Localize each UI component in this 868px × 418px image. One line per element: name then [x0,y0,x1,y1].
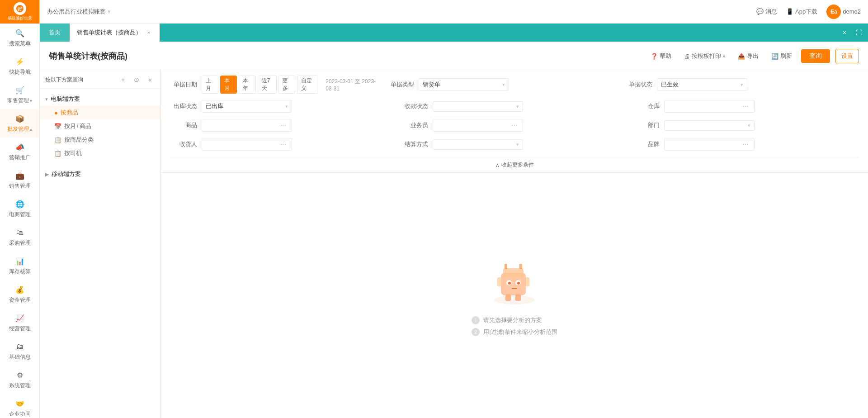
goods-dots[interactable]: ··· [278,121,288,129]
fullscreen-button[interactable]: ⛶ [854,27,864,38]
salesman-dots[interactable]: ··· [509,121,519,129]
tree-item-by-month-goods[interactable]: 📅 按月+商品 [40,119,160,133]
receiver-cell: ··· [202,138,396,151]
print-button[interactable]: 🖨 按模板打印 ▾ [680,50,729,62]
body-split: 按以下方案查询 + ⊙ « ▾ [40,69,868,418]
page-title: 销售单统计表(按商品) [49,51,647,62]
sidebar-item-finance[interactable]: 💰 资金管理 [0,280,40,309]
sidebar-item-wholesale[interactable]: 📦 批发管理 ▴ [0,109,40,138]
date-btn-thismonth[interactable]: 本月 [220,76,237,94]
date-btn-custom[interactable]: 自定义 [297,76,318,94]
warehouse-select[interactable]: ··· [664,100,755,113]
tree-item-by-driver[interactable]: 📋 按司机 [40,147,160,160]
doc-status-value: 已生效 [661,81,679,89]
svg-text:好: 好 [17,6,23,11]
sidebar-item-basic[interactable]: 🗂 基础信息 [0,337,40,366]
tree-item-by-goods[interactable]: ● 按商品 [40,106,160,119]
active-item-icon: ● [54,109,58,116]
out-status-select[interactable]: 已出库 ▾ [202,100,292,113]
mobile-section-header[interactable]: ▶ 移动端方案 [40,167,160,181]
date-btn-more[interactable]: 更多 [278,76,295,94]
query-button[interactable]: 查询 [801,49,830,63]
workspace-title[interactable]: 办公用品行业模拟账套 ▾ [47,8,111,16]
left-panel-header: 按以下方案查询 + ⊙ « [40,69,160,89]
sidebar-item-management[interactable]: 📈 经营管理 [0,309,40,337]
receiver-select[interactable]: ··· [202,138,292,151]
sidebar-item-search[interactable]: 🔍 搜索菜单 [0,24,40,52]
sidebar-item-retail[interactable]: 🛒 零售管理 ▾ [0,81,40,109]
ecommerce-icon: 🌐 [15,199,25,209]
sidebar-item-marketing[interactable]: 📣 营销推广 [0,138,40,166]
doc-type-value: 销货单 [423,81,440,89]
salesman-label: 业务员 [396,121,433,129]
goods-select[interactable]: ··· [202,119,292,132]
refresh-label: 刷新 [780,52,792,60]
sidebar-item-system[interactable]: ⚙ 系统管理 [0,366,40,394]
add-scheme-button[interactable]: + [118,75,128,85]
sidebar-item-ecommerce[interactable]: 🌐 电商管理 [0,195,40,223]
empty-state: 1 请先选择要分析的方案 2 用[过滤]条件来缩小分析范围 [161,173,868,418]
sidebar-item-inventory[interactable]: 📊 库存核算 [0,252,40,280]
svg-point-2 [494,295,535,304]
scheme-settings-icon: ⊙ [134,76,139,83]
salesman-select[interactable]: ··· [433,119,523,132]
close-window-button[interactable]: × [839,27,850,38]
inventory-icon: 📊 [15,256,25,266]
export-button[interactable]: 📤 导出 [734,50,762,62]
settings-button[interactable]: 设置 [835,49,859,63]
salesman-cell: ··· [433,119,627,132]
tree-item-by-category[interactable]: 📋 按商品分类 [40,133,160,147]
refresh-button[interactable]: 🔄 刷新 [768,50,796,62]
tab-home[interactable]: 首页 [40,24,70,42]
warehouse-cell: ··· [664,100,859,113]
enterprise-icon: 🤝 [15,399,25,408]
settlement-label: 结算方式 [396,140,433,148]
sidebar-item-management-label: 经营管理 [9,325,31,332]
settlement-cell: ▾ [433,139,627,150]
goods-label: 商品 [170,121,202,129]
receiver-dots[interactable]: ··· [278,140,288,148]
help-button[interactable]: ❓ 帮助 [647,50,675,62]
app-download-button[interactable]: 📱 App下载 [786,8,817,16]
tab-bar-end: × ⛶ [839,27,868,38]
brand-select[interactable]: ··· [664,138,755,151]
computer-section-header[interactable]: ▾ 电脑端方案 [40,92,160,106]
empty-tip-2: 2 用[过滤]条件来缩小分析范围 [472,328,557,336]
user-menu[interactable]: Ea demo2 [826,5,861,19]
date-filter-value: 上月 本月 本年 近7天 更多 自定义 2023-03-01 至 2023-03… [202,76,382,94]
sidebar-item-sales-label: 销售管理 [9,182,31,190]
settlement-select[interactable]: ▾ [433,139,523,150]
app-logo[interactable]: 好 畅捷通好生意 [0,0,40,24]
tab-close-button[interactable]: × [145,29,152,36]
date-btn-thisyear[interactable]: 本年 [239,76,255,94]
sidebar-item-sales[interactable]: 💼 销售管理 [0,166,40,195]
collapse-button[interactable]: ∧ 收起更多条件 [492,157,538,172]
tab-active[interactable]: 销售单统计表（按商品） × [70,24,160,42]
settings-label: 设置 [841,52,853,60]
sidebar-item-purchase[interactable]: 🛍 采购管理 [0,223,40,252]
tab-bar: 首页 销售单统计表（按商品） × × ⛶ [40,24,868,42]
collection-status-cell: ▾ [433,101,627,112]
collapse-panel-button[interactable]: « [145,75,155,85]
doc-type-select[interactable]: 销货单 ▾ [419,78,509,91]
brand-dots[interactable]: ··· [741,140,750,148]
doc-status-select[interactable]: 已生效 ▾ [657,78,747,91]
date-btn-7days[interactable]: 近7天 [258,76,277,94]
warehouse-dots[interactable]: ··· [741,102,750,110]
retail-icon: 🛒 [15,85,25,95]
right-content: 单据日期 上月 本月 本年 近7天 更多 自定义 2023-03-01 至 20… [161,69,868,418]
date-range-text: 2023-03-01 至 2023-03-31 [326,78,382,92]
sidebar-item-search-label: 搜索菜单 [9,40,31,48]
doc-type-cell: 销货单 ▾ [419,78,621,91]
help-label: 帮助 [660,52,671,60]
collection-status-select[interactable]: ▾ [433,101,523,112]
sidebar-item-quicknav[interactable]: ⚡ 快捷导航 [0,52,40,81]
filter-panel: 单据日期 上月 本月 本年 近7天 更多 自定义 2023-03-01 至 20… [161,69,868,173]
scheme-settings-button[interactable]: ⊙ [132,75,142,85]
sidebar-item-enterprise[interactable]: 🤝 企业协同 [0,394,40,418]
svg-rect-10 [497,277,502,286]
dept-select[interactable]: ▾ [664,120,755,131]
date-btn-lastmonth[interactable]: 上月 [202,76,218,94]
search-icon: 🔍 [15,28,25,38]
message-button[interactable]: 💬 消息 [756,8,777,16]
